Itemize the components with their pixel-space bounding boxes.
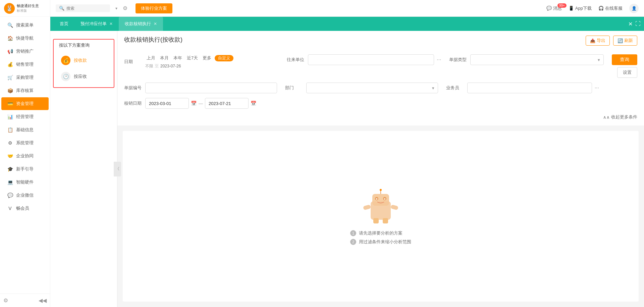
- date-custom-tag[interactable]: 自定义: [215, 55, 233, 61]
- nav-label-12: 智能硬件: [16, 179, 34, 185]
- staff-dots-btn[interactable]: ···: [595, 85, 599, 91]
- date-this-month[interactable]: 本月: [159, 54, 170, 62]
- tab-prepay-close-icon[interactable]: ✕: [109, 21, 113, 26]
- sidebar-item-系统管理[interactable]: ⚙系统管理: [1, 137, 49, 149]
- settings-button[interactable]: 设置: [617, 67, 637, 78]
- verify-start-input[interactable]: [145, 98, 189, 109]
- app-download-button[interactable]: 📱 App下载: [569, 5, 592, 11]
- nav-label-1: 快捷导航: [16, 35, 34, 41]
- svg-rect-8: [373, 218, 379, 223]
- verify-date-inputs: 📅 — 📅: [145, 98, 256, 109]
- sidebar-item-快捷导航[interactable]: 🏠快捷导航: [1, 32, 49, 45]
- tab-prepay[interactable]: 预付冲应付单 ✕: [74, 17, 119, 31]
- page-action-buttons: 📤 导出 🔄 刷新: [586, 36, 637, 46]
- nav-label-4: 采购管理: [16, 74, 34, 81]
- partner-input[interactable]: [308, 54, 434, 65]
- sidebar-item-企业协同[interactable]: 🤝企业协同: [1, 150, 49, 162]
- svg-rect-7: [390, 204, 398, 210]
- svg-point-4: [376, 198, 377, 200]
- export-button[interactable]: 📤 导出: [586, 36, 610, 46]
- sidebar-item-资金管理[interactable]: 💳资金管理: [1, 97, 49, 110]
- user-avatar[interactable]: 👤: [629, 4, 639, 13]
- date-limit-separator: 至: [155, 63, 159, 69]
- dept-label: 部门: [285, 85, 304, 91]
- sidebar-item-畅会员[interactable]: V畅会员: [1, 202, 49, 215]
- sidebar-item-搜索菜单[interactable]: 🔍搜索菜单: [1, 19, 49, 32]
- tab-maximize-icon[interactable]: ⛶: [635, 21, 641, 27]
- topbar-right: 💬 消息 99+ 📱 App下载 🎧 在线客服 👤: [546, 4, 639, 13]
- verify-end-input[interactable]: [205, 98, 249, 109]
- sidebar-item-库存核算[interactable]: 📦库存核算: [1, 84, 49, 97]
- svg-point-11: [380, 189, 382, 191]
- empty-hints: 1 请先选择要分析的方案 2 用过滤条件来缩小分析范围: [350, 230, 411, 245]
- nav-label-7: 经营管理: [16, 114, 34, 120]
- date-7days[interactable]: 近7天: [185, 54, 199, 62]
- filter-panel-title: 按以下方案查询: [54, 42, 114, 52]
- verify-date-label: 核销日期: [124, 100, 143, 106]
- hint-num-1: 1: [350, 230, 356, 236]
- sidebar-item-采购管理[interactable]: 🛒采购管理: [1, 71, 49, 84]
- sidebar-item-经营管理[interactable]: 📊经营管理: [1, 110, 49, 123]
- sidebar-item-销售管理[interactable]: 💰销售管理: [1, 58, 49, 71]
- topbar-chevron-icon[interactable]: ▾: [115, 6, 117, 11]
- collapse-icon: 《: [115, 166, 119, 172]
- nav-icon-5: 📦: [7, 88, 13, 93]
- query-button[interactable]: 查询: [612, 54, 637, 65]
- nav-label-10: 企业协同: [16, 153, 34, 159]
- sidebar-item-智能硬件[interactable]: 💻智能硬件: [1, 176, 49, 189]
- order-no-input[interactable]: [145, 83, 277, 93]
- empty-state: 1 请先选择要分析的方案 2 用过滤条件来缩小分析范围: [123, 131, 639, 302]
- collapse-sidebar-icon[interactable]: ◀◀: [39, 297, 47, 304]
- service-icon: 🎧: [598, 6, 604, 11]
- sidebar-item-基础信息[interactable]: 📋基础信息: [1, 123, 49, 136]
- nav-label-14: 畅会员: [16, 205, 29, 211]
- order-type-select[interactable]: ▾: [470, 54, 604, 65]
- sidebar-item-新手引导[interactable]: 🎓新手引导: [1, 163, 49, 175]
- tab-home[interactable]: 首页: [54, 17, 74, 31]
- nav-icon-9: ⚙: [7, 140, 13, 146]
- app-download-icon: 📱: [569, 6, 574, 11]
- date-more[interactable]: 更多: [201, 54, 213, 62]
- filter-options: 💰 按收款 🕐 按应收: [54, 52, 114, 85]
- date-field: 日期 上月 本月 本年 近7天 更多 自定义 不限: [124, 54, 279, 69]
- date-last-month[interactable]: 上月: [145, 54, 157, 62]
- staff-field: 业务员 ···: [446, 83, 599, 93]
- filter-receivable-label: 按应收: [74, 73, 87, 80]
- sidebar-item-营销推广[interactable]: 📢营销推广: [1, 45, 49, 58]
- filter-option-by-collection[interactable]: 💰 按收款: [57, 52, 110, 68]
- filter-panel: 按以下方案查询 💰 按收款 🕐 按应收 《: [50, 31, 117, 307]
- verify-start-calendar-icon[interactable]: 📅: [191, 101, 197, 106]
- partner-dots-btn[interactable]: ···: [437, 57, 441, 63]
- collapse-more-button[interactable]: ∧∧ 收起更多条件: [603, 113, 637, 120]
- filter-panel-collapse-btn[interactable]: 《: [114, 162, 121, 176]
- nav-icon-4: 🛒: [7, 75, 13, 80]
- message-button[interactable]: 💬 消息 99+: [546, 5, 562, 11]
- online-service-button[interactable]: 🎧 在线客服: [598, 5, 623, 11]
- refresh-button[interactable]: 🔄 刷新: [613, 36, 637, 46]
- nav-label-2: 营销推广: [16, 48, 34, 54]
- date-this-year[interactable]: 本年: [172, 54, 183, 62]
- tab-close-window-icon[interactable]: ✕: [628, 21, 633, 27]
- sidebar-item-企业微信[interactable]: 💬企业微信: [1, 189, 49, 202]
- tab-collection-label: 收款核销执行: [125, 21, 151, 27]
- nav-icon-11: 🎓: [7, 166, 13, 172]
- search-input[interactable]: [66, 6, 107, 11]
- nav-label-3: 销售管理: [16, 61, 34, 67]
- filter-option-by-receivable[interactable]: 🕐 按应收: [57, 68, 110, 85]
- settings-icon[interactable]: ⚙: [3, 297, 8, 304]
- tab-collection-close-icon[interactable]: ✕: [154, 21, 157, 26]
- page-title-bar: 收款核销执行(按收款) 📤 导出 🔄 刷新: [117, 31, 644, 49]
- dept-select[interactable]: ▾: [306, 83, 438, 93]
- topbar-gear-icon[interactable]: ⚙: [123, 5, 127, 11]
- solution-button[interactable]: 体验行业方案: [136, 3, 172, 13]
- tab-home-label: 首页: [60, 21, 68, 27]
- tab-collection[interactable]: 收款核销执行 ✕: [119, 17, 163, 31]
- staff-input[interactable]: [467, 83, 592, 93]
- order-type-field: 单据类型 ▾: [449, 54, 604, 65]
- verify-date-field: 核销日期 📅 — 📅: [124, 98, 256, 109]
- dept-select-arrow: ▾: [432, 86, 434, 91]
- nav-label-9: 系统管理: [16, 140, 34, 146]
- export-icon: 📤: [590, 38, 595, 43]
- verify-end-calendar-icon[interactable]: 📅: [251, 101, 256, 106]
- page-title: 收款核销执行(按收款): [124, 36, 637, 44]
